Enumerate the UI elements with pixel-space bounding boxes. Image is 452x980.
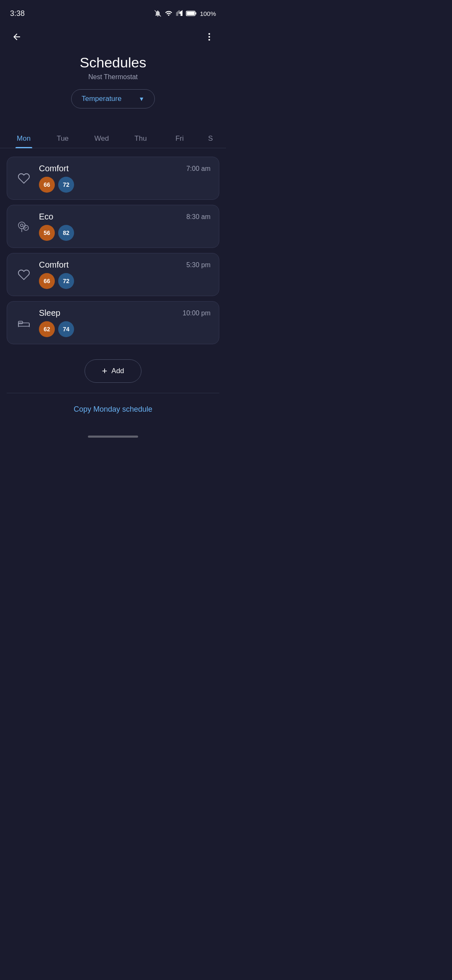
schedule-card-3[interactable]: Comfort 5:30 pm 66 72 [7, 253, 219, 296]
tab-monday[interactable]: Mon [4, 129, 43, 148]
tab-thursday[interactable]: Thu [121, 129, 160, 148]
card-content-1: Comfort 7:00 am 66 72 [39, 164, 211, 193]
wifi-icon [165, 10, 172, 17]
heat-badge-3: 66 [39, 273, 55, 289]
card-temps-1: 66 72 [39, 177, 211, 193]
card-temps-4: 62 74 [39, 321, 211, 337]
card-name-3: Comfort [39, 260, 69, 270]
page-subtitle: Nest Thermostat [8, 73, 218, 81]
card-time-4: 10:00 pm [182, 309, 211, 317]
schedule-card-4[interactable]: Sleep 10:00 pm 62 74 [7, 301, 219, 344]
top-nav [0, 23, 226, 50]
heat-badge-1: 66 [39, 177, 55, 193]
svg-point-8 [21, 224, 23, 227]
dropdown-label: Temperature [82, 95, 121, 103]
tab-tuesday[interactable]: Tue [43, 129, 82, 148]
svg-rect-3 [195, 12, 196, 15]
more-button[interactable] [201, 28, 218, 45]
card-top-row-4: Sleep 10:00 pm [39, 308, 211, 318]
schedule-card-1[interactable]: Comfort 7:00 am 66 72 [7, 157, 219, 200]
dropdown-arrow-icon: ▼ [139, 95, 144, 102]
status-icons: 100% [154, 10, 216, 17]
schedule-list: Comfort 7:00 am 66 72 Eco [0, 148, 226, 353]
status-bar: 3:38 100% [0, 0, 226, 23]
card-content-3: Comfort 5:30 pm 66 72 [39, 260, 211, 289]
sleep-icon [15, 315, 32, 331]
back-icon [12, 32, 22, 42]
card-time-1: 7:00 am [186, 165, 211, 173]
card-top-row-2: Eco 8:30 am [39, 212, 211, 222]
add-label: Add [111, 367, 124, 375]
signal-icon [176, 10, 182, 17]
svg-point-4 [208, 33, 210, 35]
card-top-row-3: Comfort 5:30 pm [39, 260, 211, 270]
more-icon [204, 32, 214, 42]
copy-monday-button[interactable]: Copy Monday schedule [74, 405, 152, 414]
add-button[interactable]: + Add [85, 359, 141, 383]
card-name-4: Sleep [39, 308, 60, 318]
card-time-3: 5:30 pm [186, 261, 211, 269]
schedule-card-2[interactable]: Eco 8:30 am 56 82 [7, 205, 219, 248]
comfort-icon-3 [15, 266, 32, 283]
page-title: Schedules [8, 54, 218, 71]
home-indicator [0, 431, 226, 441]
card-name-1: Comfort [39, 164, 69, 173]
card-time-2: 8:30 am [186, 213, 211, 221]
svg-rect-11 [18, 323, 29, 326]
battery-percent: 100% [200, 10, 216, 17]
cool-badge-3: 72 [58, 273, 74, 289]
svg-point-5 [208, 36, 210, 38]
add-plus-icon: + [102, 366, 107, 377]
svg-rect-12 [18, 321, 23, 324]
home-bar [88, 436, 138, 438]
cool-badge-2: 82 [58, 225, 74, 241]
svg-point-7 [18, 222, 25, 229]
card-name-2: Eco [39, 212, 53, 222]
temperature-dropdown[interactable]: Temperature ▼ [71, 89, 155, 108]
page-header: Schedules Nest Thermostat Temperature ▼ [0, 50, 226, 119]
dropdown-container: Temperature ▼ [8, 89, 218, 108]
battery-icon [186, 10, 197, 16]
mute-icon [154, 10, 162, 17]
tab-saturday[interactable]: S [199, 129, 222, 148]
eco-icon [15, 218, 32, 235]
cool-badge-4: 74 [58, 321, 74, 337]
cool-badge-1: 72 [58, 177, 74, 193]
tab-friday[interactable]: Fri [160, 129, 199, 148]
day-tabs: Mon Tue Wed Thu Fri S [0, 129, 226, 148]
heat-badge-2: 56 [39, 225, 55, 241]
card-temps-3: 66 72 [39, 273, 211, 289]
comfort-icon-1 [15, 170, 32, 187]
card-content-2: Eco 8:30 am 56 82 [39, 212, 211, 241]
copy-section: Copy Monday schedule [0, 393, 226, 431]
heat-badge-4: 62 [39, 321, 55, 337]
status-time: 3:38 [10, 9, 25, 18]
svg-rect-2 [187, 12, 195, 15]
card-top-row-1: Comfort 7:00 am [39, 164, 211, 173]
svg-point-6 [208, 39, 210, 41]
tab-wednesday[interactable]: Wed [82, 129, 121, 148]
back-button[interactable] [8, 28, 25, 45]
card-temps-2: 56 82 [39, 225, 211, 241]
card-content-4: Sleep 10:00 pm 62 74 [39, 308, 211, 337]
add-section: + Add [0, 353, 226, 393]
